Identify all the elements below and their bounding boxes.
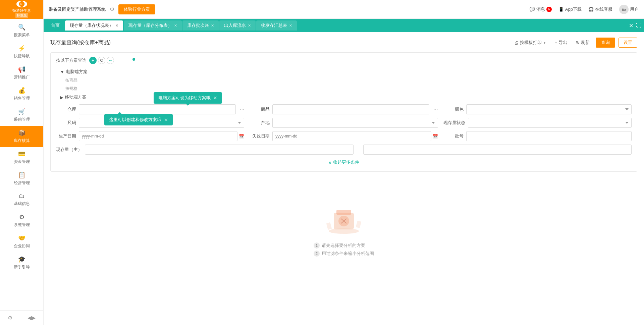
app-badge: 标准版	[15, 13, 28, 18]
filter-row-4: 现存量（主） —	[56, 145, 632, 155]
tooltip-create-close[interactable]: ✕	[164, 117, 168, 122]
filter-product: 商品 ···	[250, 104, 438, 114]
filter-prod-date: 生产日期 📅	[56, 131, 244, 141]
warehouse-dots[interactable]: ···	[240, 106, 244, 112]
tab-home[interactable]: 首页	[46, 20, 64, 31]
stock-main-start[interactable]	[85, 145, 354, 155]
color-select[interactable]	[466, 104, 632, 114]
online-support-area[interactable]: 🎧 在线客服	[588, 6, 612, 12]
batch-input[interactable]	[466, 131, 632, 141]
sidebar-item-inventory[interactable]: 📦 库存核算	[0, 126, 43, 147]
product-input[interactable]	[272, 104, 429, 114]
sidebar-item-quicknav[interactable]: ⚡ 快捷导航	[0, 41, 43, 62]
filter-origin: 产地	[250, 118, 438, 128]
print-btn[interactable]: 🖨 按模板打印 ▼	[512, 38, 549, 47]
sidebar-label-management: 经营管理	[14, 180, 30, 186]
filter-label: 按以下方案查询	[56, 57, 87, 63]
sidebar-item-collab[interactable]: 🤝 企业协同	[0, 231, 43, 252]
system-name: 装备及固定资产辅助管理系统	[49, 6, 106, 12]
warehouse-input[interactable]	[79, 104, 236, 114]
tab-inventory-dist[interactable]: 现存量（库存分布表） ✕	[124, 20, 182, 31]
tab-close-1[interactable]: ✕	[115, 23, 118, 28]
message-area[interactable]: 💬 消息 6	[530, 6, 552, 12]
settings-btn[interactable]: 设置	[619, 38, 637, 48]
export-btn[interactable]: ↑ 导出	[552, 38, 570, 47]
experience-btn[interactable]: 体验行业方案	[118, 4, 155, 14]
page-title: 现存量查询(按仓库+商品)	[50, 39, 111, 46]
sidebar-item-basic[interactable]: 🗂 基础信息	[0, 189, 43, 210]
add-filter-btn[interactable]: +	[89, 57, 97, 64]
refresh-filter-btn[interactable]: ↻	[98, 57, 105, 64]
expiry-date-range: 📅	[272, 131, 438, 141]
calendar-icon-1[interactable]: 📅	[239, 134, 244, 139]
collapse-sidebar-icon[interactable]: ◀▶	[28, 315, 36, 321]
stock-status-select[interactable]	[468, 118, 632, 128]
filter-row-3: 生产日期 📅 失效日期 📅 批号	[56, 131, 632, 141]
scheme-item-product[interactable]: 按商品	[65, 76, 632, 85]
sidebar-nav: 🔍 搜索菜单 ⚡ 快捷导航 📢 营销推广 💰 销售管理 🛒 采购管理 📦 库存核…	[0, 19, 43, 310]
query-btn[interactable]: 查询	[596, 38, 615, 48]
inventory-icon: 📦	[18, 129, 25, 137]
hint-text-1: 请先选择要分析的方案	[322, 242, 365, 249]
content-area: 现存量查询(按仓库+商品) 🖨 按模板打印 ▼ ↑ 导出 ↻ 刷新 查询 设置	[44, 32, 644, 325]
filter-header-btns: + ↻ ←	[89, 57, 114, 64]
tooltip-pc-text: 电脑方案可设为移动方案哦	[158, 95, 211, 101]
sidebar-item-system[interactable]: ⚙ 系统管理	[0, 210, 43, 231]
tab-fullscreen[interactable]: ⛶	[636, 22, 641, 29]
collapse-icon: ∧	[328, 160, 332, 165]
app-name: 畅通好生意	[12, 8, 31, 13]
sidebar-item-purchase[interactable]: 🛒 采购管理	[0, 105, 43, 126]
hint-text-2: 用过滤条件来缩小分析范围	[322, 251, 374, 257]
filter-section: 按以下方案查询 + ↻ ← ▼ 电脑端方案 按商品	[50, 52, 637, 172]
tab-inout-flow[interactable]: 出入库流水 ✕	[219, 20, 256, 31]
sidebar-item-guide[interactable]: 🎓 新手引导	[0, 252, 43, 273]
product-label: 商品	[250, 106, 270, 112]
back-filter-btn[interactable]: ←	[107, 57, 114, 64]
main-area: 现存量查询(按仓库+商品) 🖨 按模板打印 ▼ ↑ 导出 ↻ 刷新 查询 设置	[44, 32, 644, 325]
settings-bottom-icon[interactable]: ⚙	[8, 315, 12, 321]
tab-batch-account[interactable]: 库存批次账 ✕	[182, 20, 219, 31]
expiry-date-start[interactable]	[272, 131, 431, 141]
tab-close-4[interactable]: ✕	[248, 23, 251, 28]
tab-close-2[interactable]: ✕	[174, 23, 177, 28]
tooltip-pc-close[interactable]: ✕	[213, 95, 217, 101]
tab-summary[interactable]: 收发存汇总表 ✕	[256, 20, 297, 31]
tab-inventory-status[interactable]: 现存量（库存状况表） ✕	[65, 20, 123, 31]
calendar-icon-2[interactable]: 📅	[433, 134, 438, 139]
scheme-mobile[interactable]: ▶ 移动端方案	[60, 93, 632, 102]
sidebar-item-search[interactable]: 🔍 搜索菜单	[0, 20, 43, 41]
sidebar-item-marketing[interactable]: 📢 营销推广	[0, 62, 43, 84]
sidebar-item-finance[interactable]: 💳 资金管理	[0, 147, 43, 168]
tab-bar: 首页 现存量（库存状况表） ✕ 现存量（库存分布表） ✕ 库存批次账 ✕ 出入库…	[44, 19, 644, 32]
tab-close-5[interactable]: ✕	[289, 23, 292, 28]
refresh-btn[interactable]: ↻ 刷新	[573, 38, 592, 47]
sidebar-item-management[interactable]: 📋 经营管理	[0, 168, 43, 189]
tab-bar-right: ✕ ⛶	[629, 22, 641, 29]
print-dropdown-icon: ▼	[543, 41, 546, 45]
collapse-btn[interactable]: ∧ 收起更多条件	[56, 157, 632, 167]
product-dots[interactable]: ···	[433, 106, 438, 112]
scheme-item-spec[interactable]: 按规格	[65, 85, 632, 93]
origin-select[interactable]	[272, 118, 438, 128]
stock-main-dash: —	[356, 147, 361, 152]
sidebar-item-sales[interactable]: 💰 销售管理	[0, 84, 43, 105]
empty-hint-1: 1 请先选择要分析的方案	[314, 242, 374, 249]
app-download-area[interactable]: 📱 App下载	[558, 6, 582, 12]
empty-illustration	[324, 203, 364, 236]
prod-date-start[interactable]	[79, 131, 237, 141]
stock-main-end[interactable]	[363, 145, 632, 155]
sidebar-label-system: 系统管理	[14, 222, 30, 228]
page-actions: 🖨 按模板打印 ▼ ↑ 导出 ↻ 刷新 查询 设置	[512, 38, 637, 48]
sidebar-bottom: ⚙ ◀▶	[0, 310, 43, 325]
header-settings-icon[interactable]: ⚙	[110, 6, 114, 12]
tab-close-all[interactable]: ✕	[629, 22, 633, 29]
user-area[interactable]: Ea 用户	[619, 5, 639, 14]
tab-close-3[interactable]: ✕	[211, 23, 214, 28]
scheme-pc[interactable]: ▼ 电脑端方案	[60, 67, 632, 76]
tab-summary-label: 收发存汇总表	[261, 22, 287, 29]
filter-row-1: 仓库 ··· 商品 ··· 颜色	[56, 104, 632, 114]
filter-warehouse: 仓库 ···	[56, 104, 244, 114]
print-label: 按模板打印	[520, 40, 542, 46]
scheme-pc-label: 电脑端方案	[66, 69, 88, 75]
system-icon: ⚙	[19, 213, 24, 221]
